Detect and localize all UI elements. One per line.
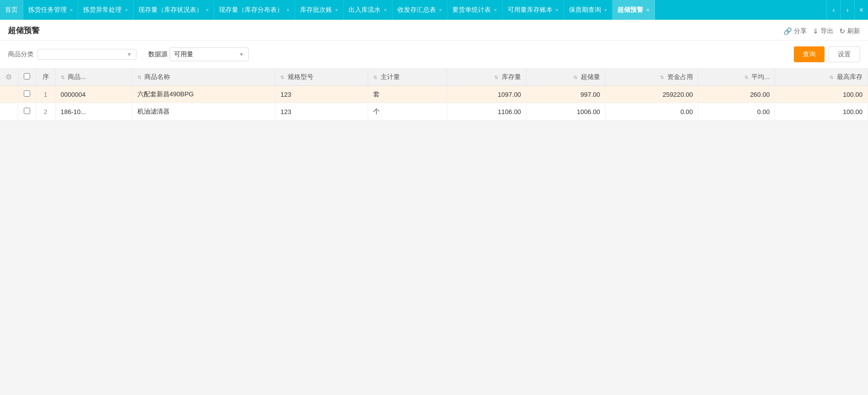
chevron-down-icon: ▼ [127, 51, 132, 57]
row-spec-0: 123 [275, 86, 368, 103]
select-all-checkbox[interactable] [24, 73, 30, 79]
row-checkbox-0[interactable] [24, 90, 30, 97]
filter-area: 商品分类 ▼ 数据源 可用量 ▼ 查询 设置 [0, 40, 868, 69]
nav-item-8[interactable]: 要货单统计表 × [447, 0, 502, 20]
nav-close-7[interactable]: × [439, 7, 442, 13]
nav-close-6[interactable]: × [384, 7, 387, 13]
col-header-num: 序 [36, 69, 55, 86]
col-label-unit: 主计量 [381, 73, 400, 80]
col-label-overstock: 超储量 [581, 73, 600, 80]
row-capital-1: 0.00 [606, 103, 698, 120]
col-label-stock: 库存量 [502, 73, 521, 80]
col-header-overstock[interactable]: ⇅ 超储量 [526, 69, 606, 86]
filter-buttons: 查询 设置 [794, 46, 860, 62]
share-label: 分享 [794, 27, 807, 36]
share-button[interactable]: 🔗 分享 [783, 27, 807, 36]
sort-icon-code: ⇅ [61, 75, 65, 80]
query-button[interactable]: 查询 [794, 46, 825, 62]
col-label-avg: 平均... [751, 73, 770, 80]
nav-label-1: 拣货任务管理 [28, 5, 67, 14]
nav-close-5[interactable]: × [335, 7, 338, 13]
nav-close-arrow[interactable]: × [854, 0, 868, 20]
refresh-button[interactable]: ↻ 刷新 [839, 27, 860, 36]
col-header-unit[interactable]: ⇅ 主计量 [368, 69, 447, 86]
category-select[interactable]: ▼ [38, 49, 136, 60]
row-name-0: 六配套新昌490BPG [132, 86, 275, 103]
category-label: 商品分类 [8, 50, 34, 59]
datasource-label: 数据源 [148, 50, 168, 59]
nav-close-1[interactable]: × [70, 7, 73, 13]
row-gear-1 [0, 103, 18, 120]
category-filter-group: 商品分类 ▼ [8, 49, 136, 60]
nav-prev-arrow[interactable]: ‹ [826, 0, 840, 20]
row-code-0: 0000004 [55, 86, 132, 103]
col-header-spec[interactable]: ⇅ 规格型号 [275, 69, 368, 86]
table-row[interactable]: 1 0000004 六配套新昌490BPG 123 套 1097.00 997.… [0, 86, 868, 103]
nav-item-5[interactable]: 库存批次账 × [295, 0, 344, 20]
page-title: 超储预警 [8, 26, 40, 36]
datasource-select-value: 可用量 [174, 50, 193, 59]
datasource-select[interactable]: 可用量 ▼ [170, 47, 249, 61]
row-unit-1: 个 [368, 103, 447, 120]
column-checkbox-all[interactable] [18, 69, 36, 86]
sort-icon-stock: ⇅ [494, 75, 498, 80]
row-name-1: 机油滤清器 [132, 103, 275, 120]
nav-close-11[interactable]: × [646, 7, 649, 13]
table-container: ⚙ 序 ⇅ 商品... ⇅ 商品名称 ⇅ 规格型号 ⇅ [0, 69, 868, 120]
col-label-capital: 资金占用 [667, 73, 693, 80]
row-num-1: 2 [36, 103, 55, 120]
sort-icon-avg: ⇅ [744, 75, 748, 80]
nav-close-9[interactable]: × [556, 7, 559, 13]
nav-label-8: 要货单统计表 [452, 5, 491, 14]
row-checkbox-cell-1[interactable] [18, 103, 36, 120]
nav-item-3[interactable]: 现存量（库存状况表） × [133, 0, 214, 20]
row-code-1: 186-10... [55, 103, 132, 120]
col-header-avg[interactable]: ⇅ 平均... [698, 69, 775, 86]
nav-item-4[interactable]: 现存量（库存分布表） × [214, 0, 295, 20]
col-label-max: 最高库存 [837, 73, 863, 80]
row-stock-1: 1106.00 [447, 103, 526, 120]
nav-item-home[interactable]: 首页 [0, 0, 23, 20]
nav-close-8[interactable]: × [494, 7, 497, 13]
setting-button[interactable]: 设置 [828, 46, 860, 62]
row-avg-1: 0.00 [698, 103, 775, 120]
col-header-stock[interactable]: ⇅ 库存量 [447, 69, 526, 86]
nav-close-3[interactable]: × [206, 7, 209, 13]
nav-label-4: 现存量（库存分布表） [219, 5, 283, 14]
sort-icon-spec: ⇅ [280, 75, 284, 80]
export-icon: ⇓ [813, 27, 819, 35]
row-max-1: 100.00 [775, 103, 868, 120]
sort-icon-unit: ⇅ [373, 75, 377, 80]
nav-close-4[interactable]: × [286, 7, 289, 13]
nav-next-arrow[interactable]: › [840, 0, 854, 20]
col-header-name[interactable]: ⇅ 商品名称 [132, 69, 275, 86]
export-label: 导出 [821, 27, 833, 36]
row-num-0: 1 [36, 86, 55, 103]
datasource-filter-group: 数据源 可用量 ▼ [148, 47, 249, 61]
row-unit-0: 套 [368, 86, 447, 103]
nav-item-10[interactable]: 保质期查询 × [564, 0, 612, 20]
page-actions: 🔗 分享 ⇓ 导出 ↻ 刷新 [783, 27, 860, 36]
column-settings[interactable]: ⚙ [0, 69, 18, 86]
row-checkbox-1[interactable] [24, 108, 30, 114]
nav-label-3: 现存量（库存状况表） [138, 5, 203, 14]
row-capital-0: 259220.00 [606, 86, 698, 103]
nav-item-9[interactable]: 可用量库存账本 × [503, 0, 564, 20]
nav-item-7[interactable]: 收发存汇总表 × [392, 0, 447, 20]
col-header-code[interactable]: ⇅ 商品... [55, 69, 132, 86]
col-label-name: 商品名称 [144, 73, 170, 80]
sort-icon-name: ⇅ [137, 75, 141, 80]
nav-close-10[interactable]: × [604, 7, 607, 13]
table-row[interactable]: 2 186-10... 机油滤清器 123 个 1106.00 1006.00 … [0, 103, 868, 120]
nav-item-6[interactable]: 出入库流水 × [344, 0, 392, 20]
col-header-max[interactable]: ⇅ 最高库存 [775, 69, 868, 86]
col-header-capital[interactable]: ⇅ 资金占用 [606, 69, 698, 86]
export-button[interactable]: ⇓ 导出 [813, 27, 833, 36]
nav-item-2[interactable]: 拣货异常处理 × [78, 0, 133, 20]
sort-icon-overstock: ⇅ [573, 75, 577, 80]
nav-item-1[interactable]: 拣货任务管理 × [23, 0, 78, 20]
row-checkbox-cell-0[interactable] [18, 86, 36, 103]
datasource-chevron-icon: ▼ [239, 51, 244, 57]
nav-close-2[interactable]: × [125, 7, 128, 13]
nav-item-11[interactable]: 超储预警 × [612, 0, 654, 20]
